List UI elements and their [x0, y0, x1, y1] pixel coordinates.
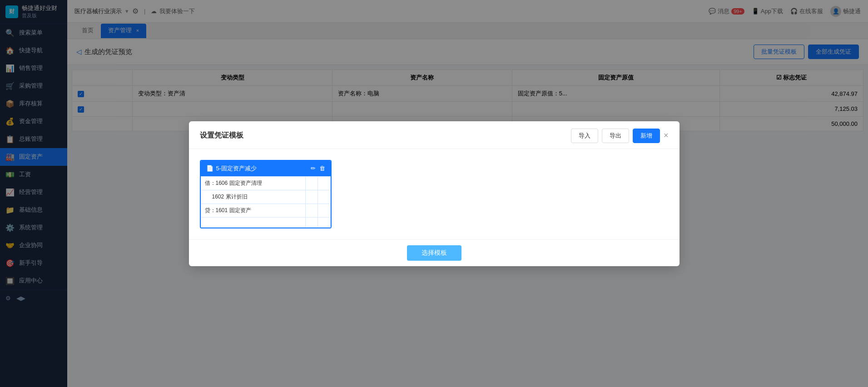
- template-delete-icon[interactable]: 🗑: [319, 165, 325, 172]
- page-content: ◁ 生成的凭证预览 批量凭证模板 全部生成凭证 变动类型 资产名称 固定资产原: [67, 39, 868, 387]
- export-button[interactable]: 导出: [602, 129, 629, 143]
- template-card[interactable]: 📄 5-固定资产减少 ✏ 🗑 借：1606 固定资产清理: [200, 160, 332, 228]
- modal-overlay: 设置凭证模板 导入 导出 新增 × 📄 5-固定资产减少: [67, 39, 868, 387]
- modal-footer: 选择模板: [189, 239, 680, 266]
- template-row: 1602 累计折旧: [201, 190, 330, 203]
- template-doc-icon: 📄: [206, 165, 213, 172]
- template-row: 借：1606 固定资产清理: [201, 176, 330, 190]
- main-area: 医疗器械行业演示 ▾ ⚙ | ☁ 我要体验一下 💬 消息 99+ 📱 App下载…: [67, 0, 868, 387]
- modal-header: 设置凭证模板 导入 导出 新增 ×: [189, 121, 680, 149]
- template-card-header: 📄 5-固定资产减少 ✏ 🗑: [201, 161, 331, 176]
- template-name: 5-固定资产减少: [216, 164, 257, 173]
- select-template-button[interactable]: 选择模板: [407, 245, 461, 261]
- modal-title: 设置凭证模板: [200, 131, 243, 140]
- import-button[interactable]: 导入: [571, 129, 598, 143]
- modal-close-button[interactable]: ×: [664, 131, 669, 140]
- template-row: 贷：1601 固定资产: [201, 203, 330, 217]
- voucher-template-modal: 设置凭证模板 导入 导出 新增 × 📄 5-固定资产减少: [189, 121, 680, 266]
- new-button[interactable]: 新增: [633, 129, 660, 143]
- template-row-empty: [201, 217, 330, 227]
- modal-body: 📄 5-固定资产减少 ✏ 🗑 借：1606 固定资产清理: [189, 149, 680, 239]
- template-entries-table: 借：1606 固定资产清理 1602 累计折旧: [201, 176, 331, 228]
- template-edit-icon[interactable]: ✏: [311, 165, 316, 172]
